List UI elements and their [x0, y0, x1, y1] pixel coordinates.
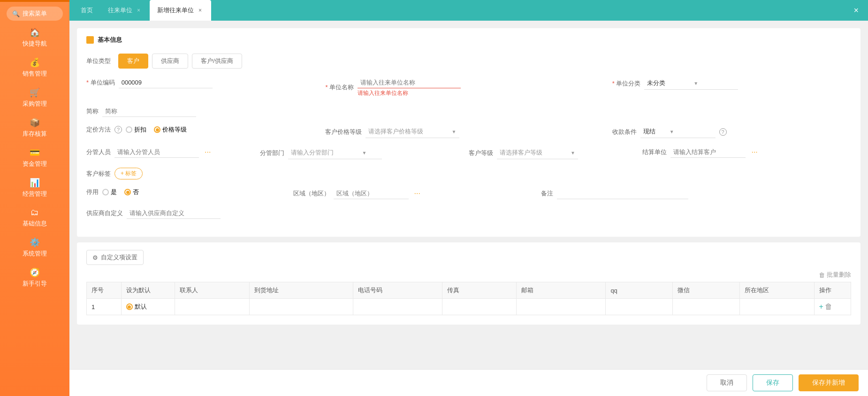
tab-home[interactable]: 首页: [73, 0, 100, 21]
unit-name-input[interactable]: [358, 77, 461, 88]
payment-terms-arrow: ▼: [670, 129, 674, 134]
pricing-help-icon[interactable]: ?: [114, 126, 122, 133]
col-wechat: 微信: [673, 282, 740, 299]
save-button[interactable]: 保存: [753, 374, 793, 391]
batch-delete-area[interactable]: 🗑 批量删除: [86, 271, 851, 279]
add-tag-button[interactable]: + 标签: [114, 168, 143, 179]
row-qq[interactable]: [606, 299, 673, 315]
row-fax[interactable]: [442, 299, 517, 315]
row-region-input[interactable]: [745, 303, 782, 311]
col-contact: 联系人: [175, 282, 250, 299]
finance-icon: 💳: [30, 148, 40, 158]
row-default-radio-wrap[interactable]: 默认: [126, 303, 170, 311]
supplier-custom-field: 供应商自定义: [86, 208, 851, 219]
unit-type-supplier-button[interactable]: 供应商: [152, 54, 188, 69]
row-default: 默认: [121, 299, 175, 315]
col-default: 设为默认: [121, 282, 175, 299]
sidebar-item-operations[interactable]: 📊 经营管理: [0, 173, 69, 203]
supervisor-label: 分管人员: [86, 148, 111, 156]
row-contact[interactable]: [175, 299, 250, 315]
disable-no-option[interactable]: 否: [124, 188, 139, 196]
tab-new-contact-close[interactable]: ×: [197, 6, 204, 15]
row-qq-input[interactable]: [610, 303, 643, 311]
row-address[interactable]: [249, 299, 353, 315]
pricing-discount-label: 折扣: [134, 125, 146, 134]
row-phone-input[interactable]: [358, 303, 405, 311]
region-input[interactable]: [334, 188, 409, 199]
pricing-row: 定价方法 ? 折扣 价格等级 客户价格等级: [86, 125, 851, 138]
col-no: 序号: [87, 282, 122, 299]
unit-category-arrow: ▼: [693, 81, 698, 86]
disable-radio-group: 是 否: [102, 188, 139, 196]
unit-code-input[interactable]: [119, 77, 213, 88]
tags-field: 客户标签 + 标签: [86, 168, 851, 179]
row-address-input[interactable]: [254, 303, 311, 311]
supplier-custom-input[interactable]: [127, 208, 221, 219]
row-fax-input[interactable]: [447, 303, 485, 311]
sidebar-item-inventory[interactable]: 📦 库存核算: [0, 113, 69, 143]
sales-icon: 💰: [30, 57, 40, 68]
sidebar: 🔍 搜索菜单 🏠 快捷导航 💰 销售管理 🛒 采购管理 📦 库存核算 💳 资金管…: [0, 0, 69, 396]
unit-category-field: 单位分类 未分类 ▼: [612, 77, 851, 90]
sidebar-item-label: 销售管理: [23, 70, 47, 78]
row-email-input[interactable]: [521, 303, 568, 311]
sidebar-item-basic-info[interactable]: 🗂 基础信息: [0, 203, 69, 233]
sidebar-item-newbie[interactable]: 🧭 新手引导: [0, 263, 69, 293]
sidebar-item-sales[interactable]: 💰 销售管理: [0, 53, 69, 83]
supervisor-dots-button[interactable]: ···: [203, 148, 213, 156]
main-close-button[interactable]: ×: [848, 6, 864, 16]
search-menu-button[interactable]: 🔍 搜索菜单: [7, 7, 63, 21]
customer-level-select[interactable]: 请选择客户等级 ▼: [497, 147, 578, 159]
pricing-price-level-option[interactable]: 价格等级: [154, 125, 187, 134]
col-action: 操作: [814, 282, 851, 299]
row-email[interactable]: [517, 299, 606, 315]
tab-new-contact[interactable]: 新增往来单位 ×: [150, 0, 211, 21]
unit-category-label: 单位分类: [612, 79, 641, 88]
row-wechat[interactable]: [673, 299, 740, 315]
customer-price-level-select[interactable]: 请选择客户价格等级 ▼: [365, 125, 459, 138]
department-select[interactable]: 请输入分管部门 ▼: [288, 147, 382, 159]
short-name-row: 简称: [86, 106, 851, 117]
settlement-unit-dots-button[interactable]: ···: [749, 148, 759, 156]
payment-terms-select[interactable]: 现结 ▼: [640, 125, 716, 138]
cancel-button[interactable]: 取消: [707, 374, 747, 391]
unit-category-select[interactable]: 未分类 ▼: [644, 77, 738, 90]
inventory-icon: 📦: [30, 117, 40, 128]
disable-yes-option[interactable]: 是: [102, 188, 117, 196]
sidebar-item-system[interactable]: ⚙️ 系统管理: [0, 233, 69, 263]
section-title: 基本信息: [86, 36, 851, 44]
customer-price-level-placeholder: 请选择客户价格等级: [368, 127, 423, 136]
row-contact-input[interactable]: [180, 303, 217, 311]
row-delete-button[interactable]: 🗑: [825, 303, 832, 311]
row-phone[interactable]: [353, 299, 442, 315]
newbie-icon: 🧭: [30, 267, 40, 278]
row-wechat-input[interactable]: [678, 303, 710, 311]
settlement-unit-field: 结算单位 ···: [642, 147, 851, 158]
sidebar-item-purchase[interactable]: 🛒 采购管理: [0, 83, 69, 113]
payment-terms-value: 现结: [643, 127, 655, 136]
row-region[interactable]: [740, 299, 815, 315]
custom-settings-button[interactable]: ⚙ 自定义项设置: [86, 250, 144, 265]
unit-type-both-button[interactable]: 客户/供应商: [192, 54, 242, 69]
sidebar-item-quick-nav[interactable]: 🏠 快捷导航: [0, 23, 69, 53]
unit-type-customer-button[interactable]: 客户: [118, 54, 148, 69]
row-default-label: 默认: [135, 303, 147, 311]
tab-new-contact-label: 新增往来单位: [157, 6, 194, 15]
unit-type-field: 单位类型 客户 供应商 客户/供应商: [86, 54, 851, 69]
region-label: 区域（地区）: [293, 189, 330, 198]
sidebar-item-finance[interactable]: 💳 资金管理: [0, 143, 69, 173]
payment-terms-help-icon[interactable]: ?: [719, 128, 727, 136]
region-dots-button[interactable]: ···: [412, 189, 422, 198]
note-input[interactable]: [557, 188, 688, 199]
save-new-button[interactable]: 保存并新增: [799, 374, 859, 391]
supervisor-input[interactable]: [114, 147, 199, 158]
pricing-discount-option[interactable]: 折扣: [126, 125, 146, 134]
short-name-input[interactable]: [102, 106, 196, 117]
tab-contacts-close[interactable]: ×: [135, 6, 142, 15]
settlement-unit-input[interactable]: [670, 147, 746, 158]
tab-contacts[interactable]: 往来单位 ×: [100, 0, 150, 21]
quick-nav-icon: 🏠: [30, 27, 40, 38]
row-add-button[interactable]: +: [819, 303, 823, 311]
unit-category-value: 未分类: [647, 79, 665, 87]
system-icon: ⚙️: [30, 237, 40, 248]
